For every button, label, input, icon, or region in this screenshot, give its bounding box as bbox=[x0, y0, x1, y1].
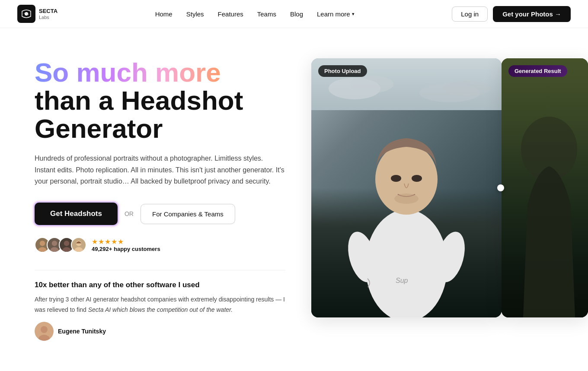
navigation: SECTA Labs Home Styles Features Teams Bl… bbox=[0, 0, 588, 28]
hero-subtitle: Hundreds of professional portraits witho… bbox=[35, 153, 285, 187]
svg-point-2 bbox=[38, 247, 47, 252]
hero-title-plain: than a Headshot Generator bbox=[35, 86, 243, 143]
nav-links: Home Styles Features Teams Blog Learn mo… bbox=[155, 10, 355, 18]
logo-icon bbox=[17, 5, 35, 23]
chevron-down-icon: ▾ bbox=[352, 11, 355, 17]
nav-actions: Log in Get your Photos → bbox=[452, 6, 571, 22]
hero-title-gradient: So much more bbox=[35, 57, 221, 87]
svg-point-22 bbox=[350, 76, 393, 93]
get-headshots-button[interactable]: Get Headshots bbox=[35, 203, 118, 225]
svg-point-5 bbox=[64, 241, 69, 246]
logo-subtext: Labs bbox=[39, 15, 58, 20]
brand-logo[interactable]: SECTA Labs bbox=[17, 5, 58, 23]
svg-point-4 bbox=[50, 247, 59, 252]
generated-result-badge: Generated Result bbox=[508, 65, 567, 77]
generated-bg bbox=[502, 58, 588, 317]
nav-styles[interactable]: Styles bbox=[186, 10, 204, 18]
login-button[interactable]: Log in bbox=[452, 6, 488, 22]
svg-point-17 bbox=[394, 193, 419, 204]
customer-count: 49,292+ happy customers bbox=[92, 246, 160, 252]
svg-point-24 bbox=[443, 81, 491, 96]
author-avatar bbox=[35, 322, 54, 341]
testimonial-title: 10x better than any of the other softwar… bbox=[35, 281, 285, 289]
for-companies-button[interactable]: For Companies & Teams bbox=[141, 204, 235, 224]
photo-upload-badge: Photo Upload bbox=[318, 65, 367, 77]
svg-point-16 bbox=[412, 175, 422, 182]
svg-point-3 bbox=[52, 241, 57, 246]
svg-point-14 bbox=[375, 144, 438, 215]
hero-left: So much more than a Headshot Generator H… bbox=[35, 58, 285, 341]
nav-home[interactable]: Home bbox=[155, 10, 173, 18]
svg-point-10 bbox=[41, 326, 48, 333]
svg-point-15 bbox=[391, 175, 401, 182]
photo-upload-bg: Sup bbox=[311, 58, 502, 317]
hero-section: So much more than a Headshot Generator H… bbox=[0, 28, 588, 367]
social-proof: ★★★★★ 49,292+ happy customers bbox=[35, 237, 285, 253]
logo-text: SECTA bbox=[39, 8, 58, 15]
testimonial: 10x better than any of the other softwar… bbox=[35, 270, 285, 340]
photo-upload-card: Sup Photo Upload bbox=[311, 58, 502, 317]
avatar-group bbox=[35, 237, 86, 253]
testimonial-body: After trying 3 other AI generator headsh… bbox=[35, 295, 285, 314]
svg-point-1 bbox=[40, 241, 45, 246]
avatar bbox=[71, 237, 86, 253]
logo-svg bbox=[20, 8, 32, 20]
or-label: OR bbox=[125, 210, 134, 217]
svg-point-8 bbox=[74, 247, 83, 252]
nav-blog[interactable]: Blog bbox=[290, 10, 303, 18]
hero-title: So much more than a Headshot Generator bbox=[35, 58, 285, 143]
nav-learn-more[interactable]: Learn more ▾ bbox=[317, 10, 355, 18]
svg-point-6 bbox=[62, 247, 71, 252]
generated-result-card: Generated Result bbox=[502, 58, 588, 317]
hero-images: Sup Photo Upload bbox=[311, 58, 588, 317]
get-photos-button[interactable]: Get your Photos → bbox=[493, 6, 571, 22]
hero-cta: Get Headshots OR For Companies & Teams bbox=[35, 203, 285, 225]
testimonial-author: Eugene Tunitsky bbox=[35, 322, 285, 341]
star-rating: ★★★★★ bbox=[92, 238, 160, 246]
svg-text:Sup: Sup bbox=[396, 277, 408, 284]
slider-dot[interactable] bbox=[497, 184, 504, 191]
nav-features[interactable]: Features bbox=[218, 10, 243, 18]
nav-teams[interactable]: Teams bbox=[257, 10, 276, 18]
svg-point-12 bbox=[365, 209, 447, 317]
author-name: Eugene Tunitsky bbox=[58, 328, 106, 335]
